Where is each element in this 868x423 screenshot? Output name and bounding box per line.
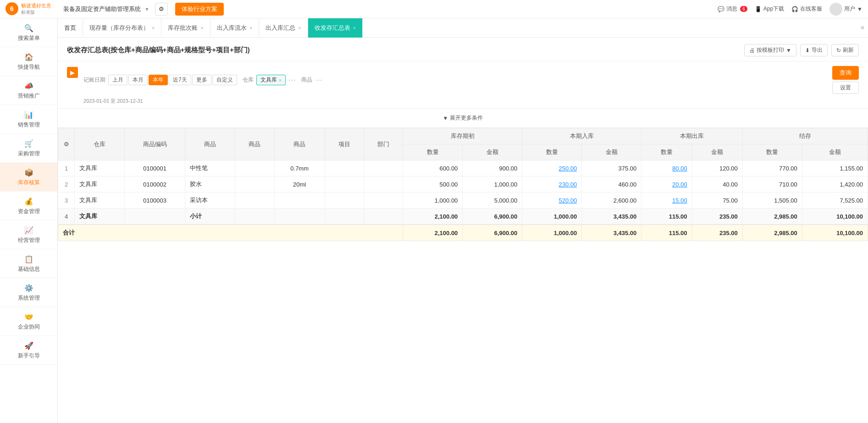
last-month-btn[interactable]: 上月 <box>108 75 127 85</box>
tab-close-batch[interactable]: × <box>200 25 203 31</box>
row-project-3 <box>325 209 364 225</box>
row-open-qty-1: 500.00 <box>403 176 463 192</box>
footer-in-qty: 1,000.00 <box>522 225 582 241</box>
out-qty-link-2[interactable]: 15.00 <box>672 197 687 204</box>
row-in-qty-0[interactable]: 250.00 <box>522 160 582 176</box>
7days-btn[interactable]: 近7天 <box>169 75 191 85</box>
out-qty-link-1[interactable]: 20.00 <box>672 181 687 188</box>
row-open-qty-0: 600.00 <box>403 160 463 176</box>
row-in-qty-1[interactable]: 230.00 <box>522 176 582 192</box>
refresh-label: 刷新 <box>843 46 854 54</box>
print-dropdown-icon: ▼ <box>786 47 791 54</box>
dropdown-icon[interactable]: ▼ <box>144 6 149 12</box>
print-icon: 🖨 <box>749 47 755 54</box>
col-name-header: 商品 <box>185 128 235 160</box>
quick-icon: 🏠 <box>24 53 33 61</box>
recv-summary-label: 收发存汇总表 <box>315 24 350 32</box>
export-button[interactable]: ⬇ 导出 <box>800 44 828 56</box>
sidebar-item-operation[interactable]: 📈 经营管理 <box>0 220 57 249</box>
row-code-1: 0100002 <box>124 176 185 192</box>
user-avatar <box>829 3 842 16</box>
row-spec-3 <box>235 209 274 225</box>
sidebar-item-purchase[interactable]: 🛒 采购管理 <box>0 134 57 163</box>
in-qty-link-2[interactable]: 520.00 <box>559 197 577 204</box>
warehouse-tag[interactable]: 文具库 × <box>256 75 286 85</box>
table-footer-row: 合计 2,100.00 6,900.00 1,000.00 3,435.00 1… <box>58 225 868 241</box>
row-project-0 <box>325 160 364 176</box>
tab-summary[interactable]: 出入库汇总 × <box>259 18 308 38</box>
in-qty-link-0[interactable]: 250.00 <box>559 165 577 172</box>
sidebar-item-finance[interactable]: 💰 资金管理 <box>0 192 57 220</box>
refresh-button[interactable]: ↻ 刷新 <box>831 44 859 56</box>
sidebar-item-search[interactable]: 🔍 搜索菜单 <box>0 18 57 47</box>
row-name-2: 采访本 <box>185 192 235 209</box>
expand-button[interactable]: ▼ 展开更多条件 <box>439 112 487 124</box>
custom-date-btn[interactable]: 自定义 <box>212 75 237 85</box>
logo-icon: 6 <box>6 2 18 15</box>
online-service-group[interactable]: 🎧 在线客服 <box>791 5 822 13</box>
col-in-header: 本期入库 <box>522 128 641 144</box>
tab-close-recv-summary[interactable]: × <box>353 25 356 31</box>
col-close-amt: 金额 <box>802 144 868 160</box>
message-badge: 6 <box>740 6 747 12</box>
product-ellipsis[interactable]: ··· <box>315 76 322 84</box>
this-year-btn[interactable]: 本年 <box>149 75 168 85</box>
sidebar-item-marketing[interactable]: 📣 营销推广 <box>0 76 57 105</box>
row-out-qty-2[interactable]: 15.00 <box>641 192 692 209</box>
page-header: 收发存汇总表(按仓库+商品编码+商品+规格型号+项目+部门) 🖨 按模板打印 ▼… <box>58 38 868 61</box>
footer-out-amt: 235.00 <box>692 225 742 241</box>
app-download-group[interactable]: 📱 App下载 <box>755 5 784 13</box>
tab-flow[interactable]: 出入库流水 × <box>210 18 259 38</box>
warehouse-ellipsis[interactable]: ··· <box>288 76 296 84</box>
sidebar-item-enterprise[interactable]: 🤝 企业协同 <box>0 307 57 336</box>
tab-home[interactable]: 首页 <box>58 18 83 38</box>
sidebar-item-quick[interactable]: 🏠 快捷导航 <box>0 47 57 76</box>
this-month-btn[interactable]: 本月 <box>128 75 148 85</box>
print-button[interactable]: 🖨 按模板打印 ▼ <box>744 44 796 56</box>
settings-button[interactable]: 设置 <box>832 82 859 94</box>
tab-close-summary[interactable]: × <box>298 25 301 31</box>
sidebar-item-guide[interactable]: 🚀 新手引导 <box>0 336 57 365</box>
row-close-qty-0: 770.00 <box>742 160 802 176</box>
sidebar-purchase-label: 采购管理 <box>18 150 40 158</box>
row-open-qty-2: 1,000.00 <box>403 192 463 209</box>
system-icon: ⚙️ <box>24 284 33 292</box>
user-group[interactable]: 用户 ▼ <box>829 3 862 16</box>
tab-recv-summary[interactable]: 收发存汇总表 × <box>308 18 363 38</box>
headset-icon: 🎧 <box>791 6 798 12</box>
message-group[interactable]: 💬 消息 6 <box>718 5 747 13</box>
window-close-btn[interactable]: × <box>857 22 868 33</box>
out-qty-link-0[interactable]: 80.00 <box>672 165 687 172</box>
row-in-qty-2[interactable]: 520.00 <box>522 192 582 209</box>
in-qty-link-1[interactable]: 230.00 <box>559 181 577 188</box>
sidebar-item-sales[interactable]: 📊 销售管理 <box>0 105 57 134</box>
col-settings[interactable]: ⚙ <box>58 128 75 160</box>
user-dropdown-icon: ▼ <box>857 6 862 12</box>
sidebar-item-inventory[interactable]: 📦 库存核算 <box>0 163 57 192</box>
col-project-header: 项目 <box>325 128 364 160</box>
warehouse-label: 仓库 <box>243 76 254 84</box>
warehouse-tag-text: 文具库 <box>260 76 277 84</box>
row-model-2 <box>274 192 325 209</box>
warehouse-tag-close[interactable]: × <box>279 77 282 83</box>
filter-toggle-btn[interactable]: ▶ <box>67 67 78 78</box>
more-date-btn[interactable]: 更多 <box>192 75 211 85</box>
tab-batch[interactable]: 库存批次账 × <box>161 18 210 38</box>
row-out-amt-3: 235.00 <box>692 209 742 225</box>
sidebar-item-system[interactable]: ⚙️ 系统管理 <box>0 278 57 307</box>
row-open-amt-0: 900.00 <box>463 160 522 176</box>
finance-icon: 💰 <box>24 197 33 206</box>
tab-close-stock-dist[interactable]: × <box>152 25 155 31</box>
row-out-qty-1[interactable]: 20.00 <box>641 176 692 192</box>
trial-button[interactable]: 体验行业方案 <box>175 3 224 16</box>
tab-close-flow[interactable]: × <box>249 25 252 31</box>
table-row: 4 文具库 小计 2,100.00 6,900.00 1,000.00 3,43… <box>58 209 868 225</box>
col-in-qty: 数量 <box>522 144 582 160</box>
row-out-amt-2: 75.00 <box>692 192 742 209</box>
row-out-qty-0[interactable]: 80.00 <box>641 160 692 176</box>
query-button[interactable]: 查询 <box>832 66 859 80</box>
enterprise-icon: 🤝 <box>24 313 33 321</box>
sidebar-item-basic[interactable]: 📋 基础信息 <box>0 249 57 278</box>
settings-icon-btn[interactable]: ⚙ <box>155 3 168 16</box>
tab-stock-dist[interactable]: 现存量（库存分布表） × <box>83 18 161 38</box>
